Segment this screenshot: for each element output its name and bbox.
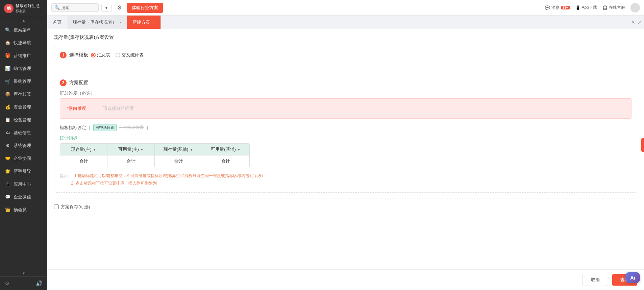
sidebar-nav: 🔍 搜索菜单 🏠 快捷导航 🎁 营销推广 📊 销售管理 🛒 采购管理 📦 库存核… [0,24,47,270]
sidebar-item-label: 系统管理 [14,143,31,149]
stats-col-body-0: 合计 [60,155,107,167]
step1-section: 1 选择模板 汇总表 交叉统计表 [54,46,637,68]
step2-number: 2 [60,79,67,86]
sidebar-item-search[interactable]: 🔍 搜索菜单 [0,24,47,37]
bottom-actions: 取消 查询 [47,269,644,290]
sidebar-item-label: 企业微信 [14,194,31,200]
settings-bottom-icon[interactable]: ⚙ [5,280,9,287]
topbar-right: 💬 消息 99+ 📱 App下载 🎧 在线客服 [545,3,640,13]
summary-dim-label: 汇总维度（必选） [60,90,631,96]
clipboard-icon: 📋 [5,117,11,123]
trial-button[interactable]: 体验行业方案 [127,3,163,13]
tab-close-inventory[interactable]: × [119,20,121,24]
tab-new-plan[interactable]: 新建方案 × [127,16,160,29]
save-option: 方案保存(可选) [54,204,637,210]
stats-col-header-1[interactable]: 可用量(主) ▼ [107,144,154,155]
sidebar-item-member[interactable]: 👑 畅会员 [0,203,47,216]
sidebar-scroll-up[interactable]: ▲ [0,17,47,24]
sidebar-item-system[interactable]: ⚙ 系统管理 [0,139,47,152]
avatar[interactable] [630,3,640,13]
search-input[interactable] [61,5,88,10]
volume-icon[interactable]: 🔊 [36,280,43,287]
sidebar-item-newbie[interactable]: 🌟 新手引导 [0,165,47,178]
tab-close-new-plan[interactable]: × [153,20,155,24]
sidebar-item-purchase[interactable]: 🛒 采购管理 [0,75,47,88]
sidebar-item-wechat[interactable]: 💬 企业微信 [0,191,47,203]
radio-circle-summary [91,53,96,57]
messages-item[interactable]: 💬 消息 99+ [545,5,570,10]
save-option-label: 方案保存(可选) [61,204,90,210]
headset-icon: 🎧 [602,5,608,10]
sidebar-item-collaboration[interactable]: 🤝 企业协同 [0,152,47,165]
topbar-search-box[interactable]: 🔍 [51,3,99,12]
radio-cross-table[interactable]: 交叉统计表 [116,52,144,58]
sidebar-item-label: 销售管理 [14,66,31,72]
stats-col-header-2[interactable]: 现存量(基辅) ▼ [155,144,202,155]
sidebar-item-finance[interactable]: 💰 资金管理 [0,101,47,114]
ai-button[interactable]: Ai [625,272,640,283]
stats-col-0: 现存量(主) ▼ 合计 [60,144,107,167]
sidebar-item-appstore[interactable]: 📱 应用中心 [0,178,47,191]
chevron-down-icon-0: ▼ [93,148,96,151]
sidebar-item-quicknav[interactable]: 🏠 快捷导航 [0,37,47,49]
sidebar-item-label: 经营管理 [14,117,31,123]
chevron-down-icon-1: ▼ [140,148,144,151]
template-radio-group: 汇总表 交叉统计表 [91,52,144,58]
gift-icon: 🎁 [5,53,11,59]
radio-circle-cross [116,53,120,57]
sidebar-logo: 畅 畅康通好生意 标准版 [0,0,47,17]
topbar-gear-icon[interactable]: ⚙ [114,3,124,12]
handshake-icon: 🤝 [5,155,11,162]
page-title: 现存量(库存状况表)方案设置 [54,34,637,41]
stats-col-1: 可用量(主) ▼ 合计 [107,144,155,167]
radio-summary-table[interactable]: 汇总表 [91,52,110,58]
wechat-icon: 💬 [5,194,11,200]
divider [54,198,637,198]
logo-sub: 标准版 [16,9,40,14]
draggable-tag: 可拖动位置 [93,124,117,131]
sidebar-item-label: 资金管理 [14,104,31,110]
online-service-item[interactable]: 🎧 在线客服 [602,5,625,10]
right-scroll-hint[interactable] [641,138,644,152]
sidebar-item-label: 新手引导 [14,168,31,174]
sidebar-item-inventory[interactable]: 📦 库存核算 [0,88,47,101]
sidebar-item-label: 畅会员 [14,207,27,213]
logo-text: 畅康通好生意 [16,3,40,9]
close-window-icon[interactable]: ✕ [631,20,635,25]
save-checkbox[interactable] [54,204,59,209]
tab-home[interactable]: 首页 [47,16,67,29]
cancel-button[interactable]: 取消 [583,274,608,286]
folder-icon: 🗂 [5,130,11,136]
star-icon: 🌟 [5,168,11,174]
chevron-down-icon-3: ▼ [237,148,241,151]
topbar: 🔍 ▼ ⚙ 体验行业方案 💬 消息 99+ 📱 App下载 🎧 在线客服 [47,0,644,16]
stats-col-2: 现存量(基辅) ▼ 合计 [155,144,202,167]
dropdown-button[interactable]: ▼ [101,4,112,12]
box-icon: 📦 [5,91,11,97]
search-icon: 🔍 [5,27,11,33]
sidebar-item-label: 采购管理 [14,78,31,84]
step2-section: 2 方案配置 汇总维度（必选） *纵向维度 —— 请选择分组维度 模板指标设定（ [54,74,637,193]
expand-window-icon[interactable]: ⤢ [637,20,641,25]
stats-col-header-3[interactable]: 可用量(基辅) ▼ [202,144,249,155]
sidebar-item-label: 快捷导航 [14,40,31,46]
stats-col-body-2: 合计 [155,155,202,167]
step2-title: 方案配置 [69,80,88,86]
tips-section: 提示： 1.拖动标题栏可以调整布局，不可跨维度或指标区域拖动栏目字段(只能在同一… [60,172,631,187]
stats-col-body-1: 合计 [107,155,154,167]
sidebar-item-operations[interactable]: 📋 经营管理 [0,114,47,126]
sidebar-item-label: 应用中心 [14,181,31,187]
app-download-item[interactable]: 📱 App下载 [575,5,597,10]
stats-table-header: 现存量(主) ▼ 合计 可用量(主) ▼ [60,144,249,167]
sidebar-item-label: 营销推广 [14,53,31,59]
sidebar-item-sales[interactable]: 📊 销售管理 [0,62,47,75]
sidebar-scroll-down[interactable]: ▼ [0,270,47,276]
stats-col-header-0[interactable]: 现存量(主) ▼ [60,144,107,155]
sidebar-item-marketing[interactable]: 🎁 营销推广 [0,49,47,62]
sidebar-item-basic-info[interactable]: 🗂 基础信息 [0,126,47,139]
required-area[interactable]: *纵向维度 —— 请选择分组维度 [60,98,631,119]
sidebar-item-label: 基础信息 [14,130,31,136]
step2-header: 2 方案配置 [60,79,631,86]
tab-inventory-status[interactable]: 现存量（库存状况表） × [67,16,127,29]
home-icon: 🏠 [5,40,11,46]
